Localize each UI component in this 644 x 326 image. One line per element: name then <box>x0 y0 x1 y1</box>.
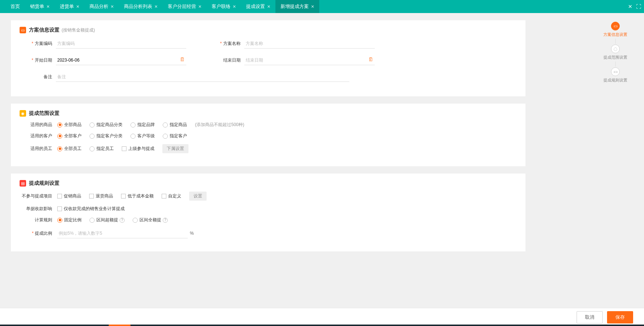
tab-bar: 首页销货单✕进货单✕商品分析✕商品分析列表✕客户分层经营✕客户联络✕提成设置✕新… <box>0 0 644 13</box>
radio-goods-brand[interactable]: 指定品牌 <box>130 122 155 128</box>
label-calc-rule: 计算规则 <box>20 217 52 223</box>
radio-cust-level[interactable]: 客户等级 <box>130 133 155 139</box>
tab-6[interactable]: 客户联络✕ <box>207 0 241 13</box>
radio-cust-all[interactable]: 全部客户 <box>57 133 82 139</box>
tab-0[interactable]: 首页 <box>5 0 25 13</box>
check-custom[interactable]: 自定义 <box>162 193 181 199</box>
label-payment-effect: 单据收款影响 <box>20 206 52 212</box>
section-title: 方案信息设置 <box>29 27 59 33</box>
anchor-rule[interactable]: ▭ 提成规则设置 <box>599 67 632 83</box>
radio-cust-specific[interactable]: 指定客户 <box>163 133 187 139</box>
section-icon: ▤ <box>20 180 26 187</box>
section-title: 提成规则设置 <box>29 180 59 187</box>
tab-close-icon[interactable]: ✕ <box>154 4 158 9</box>
help-icon[interactable]: ? <box>163 218 168 223</box>
ratio-unit: % <box>190 231 194 236</box>
label-plan-name: 方案名称 <box>208 41 241 47</box>
radio-goods-category[interactable]: 指定商品分类 <box>90 122 122 128</box>
start-date-input[interactable] <box>56 55 186 65</box>
tab-4[interactable]: 商品分析列表✕ <box>119 0 163 13</box>
section-plan-info: ▭ 方案信息设置 (按销售金额提成) 方案编码 方案名称 开始日期 🗓 <box>11 20 525 96</box>
radio-rule-fixed[interactable]: 固定比例 <box>57 217 82 223</box>
label-end-date: 结束日期 <box>208 57 241 63</box>
tab-3[interactable]: 商品分析✕ <box>84 0 119 13</box>
radio-goods-specific[interactable]: 指定商品 <box>163 122 187 128</box>
subordinate-settings-button[interactable]: 下属设置 <box>162 144 188 153</box>
tab-close-icon[interactable]: ✕ <box>311 4 314 9</box>
radio-rule-tier-full[interactable]: 区间全额提? <box>133 217 168 223</box>
tab-close-icon[interactable]: ✕ <box>198 4 201 9</box>
goods-hint: (添加商品不能超过500种) <box>195 122 244 128</box>
radio-cust-category[interactable]: 指定客户分类 <box>90 133 122 139</box>
ratio-input[interactable] <box>57 228 188 238</box>
anchor-nav: ▭ 方案信息设置 ◌ 提成范围设置 ▭ 提成规则设置 <box>599 22 632 84</box>
plan-name-input[interactable] <box>244 38 375 49</box>
section-icon: ◉ <box>20 110 26 117</box>
expand-icon[interactable]: ⛶ <box>636 4 641 9</box>
bottom-strip <box>0 325 644 326</box>
section-icon: ▭ <box>20 27 26 33</box>
label-customers: 适用的客户 <box>20 133 52 139</box>
label-employees: 适用的员工 <box>20 146 52 152</box>
label-plan-code: 方案编码 <box>20 41 52 47</box>
tab-5[interactable]: 客户分层经营✕ <box>163 0 207 13</box>
radio-goods-all[interactable]: 全部商品 <box>57 122 82 128</box>
tab-close-icon[interactable]: ✕ <box>76 4 79 9</box>
end-date-input[interactable] <box>244 55 375 65</box>
tab-2[interactable]: 进货单✕ <box>55 0 84 13</box>
label-start-date: 开始日期 <box>20 57 52 63</box>
section-title: 提成范围设置 <box>29 110 59 117</box>
tab-close-icon[interactable]: ✕ <box>111 4 114 9</box>
tab-1[interactable]: 销货单✕ <box>25 0 55 13</box>
footer-bar: 取消 保存 <box>0 308 644 326</box>
tab-close-icon[interactable]: ✕ <box>267 4 270 9</box>
remark-input[interactable] <box>56 72 349 82</box>
tab-7[interactable]: 提成设置✕ <box>241 0 275 13</box>
save-button[interactable]: 保存 <box>607 311 633 323</box>
tab-close-icon[interactable]: ✕ <box>46 4 50 9</box>
check-promo-goods[interactable]: 促销商品 <box>57 193 81 199</box>
exclude-settings-button[interactable]: 设置 <box>189 192 207 201</box>
label-exclude: 不参与提成项目 <box>20 193 52 199</box>
cancel-button[interactable]: 取消 <box>577 311 603 323</box>
anchor-scope[interactable]: ◌ 提成范围设置 <box>599 45 632 60</box>
label-goods: 适用的商品 <box>20 122 52 128</box>
check-below-cost[interactable]: 低于成本金额 <box>121 193 154 199</box>
label-ratio: 提成比例 <box>35 231 52 236</box>
radio-emp-specific[interactable]: 指定员工 <box>90 146 114 152</box>
check-superior-join[interactable]: 上级参与提成 <box>122 146 154 152</box>
radio-rule-tier-excess[interactable]: 区间超额提? <box>90 217 125 223</box>
section-subtitle: (按销售金额提成) <box>62 27 95 33</box>
plan-code-input[interactable] <box>56 38 186 49</box>
tab-close-icon[interactable]: ✕ <box>233 4 236 9</box>
section-rule: ▤ 提成规则设置 不参与提成项目 促销商品 退货商品 低于成本金额 自定义 设置… <box>11 174 525 251</box>
label-remark: 备注 <box>20 74 52 80</box>
check-return-goods[interactable]: 退货商品 <box>89 193 113 199</box>
close-all-icon[interactable]: ✕ <box>628 4 632 9</box>
radio-emp-all[interactable]: 全部员工 <box>57 146 82 152</box>
tab-8[interactable]: 新增提成方案✕ <box>275 0 319 13</box>
anchor-plan-info[interactable]: ▭ 方案信息设置 <box>599 22 632 37</box>
check-paid-only[interactable]: 仅收款完成的销售业务计算提成 <box>57 206 125 212</box>
help-icon[interactable]: ? <box>120 218 125 223</box>
section-scope: ◉ 提成范围设置 适用的商品 全部商品 指定商品分类 指定品牌 指定商品 (添加… <box>11 104 525 166</box>
